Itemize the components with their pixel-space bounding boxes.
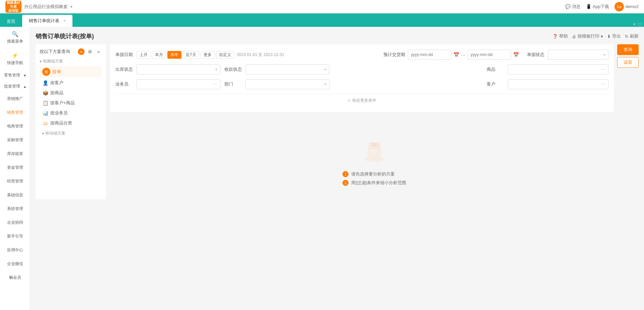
receipt-item: 收款状态 ▾ — [224, 64, 329, 74]
scheme-collapse-button[interactable]: « — [95, 48, 102, 55]
page-title: 销售订单统计表(按单) — [36, 32, 94, 40]
sidebar-item-finance[interactable]: 资金管理 — [0, 161, 30, 174]
user-name: demo2 — [625, 4, 639, 9]
sidebar-section-retail[interactable]: 零售管理 ▾ — [0, 70, 30, 81]
sidebar-item-basic[interactable]: 基础信息 — [0, 188, 30, 202]
shipment-dropdown-icon: ▾ — [215, 67, 217, 72]
sidebar-item-purchase[interactable]: 采购管理 — [0, 133, 30, 147]
query-button[interactable]: 查询 — [617, 44, 639, 55]
user-menu[interactable]: Ea demo2 — [614, 2, 639, 11]
filter-row-1: 单据日期 上月 本月 本年 近7天 更多 自定义 — [115, 50, 608, 60]
date-label: 单据日期 — [115, 52, 134, 58]
scheme-item-by-customer-goods[interactable]: 📋 按客户+商品 — [40, 98, 102, 108]
tab-home[interactable]: 首页 — [0, 16, 22, 27]
filter-row-3: 业务员 ··· 部门 — [115, 79, 608, 89]
message-label: 消息 — [572, 4, 581, 10]
empty-illustration — [358, 132, 391, 166]
page-content: 销售订单统计表(按单) ❓ 帮助 🖨 按模板打印 ▾ ⬇ 导出 — [30, 27, 644, 205]
tab-maximize-button[interactable]: □ — [639, 21, 641, 27]
sidebar-enterprise-label: 企业协同 — [7, 220, 23, 225]
sidebar-item-quicknav[interactable]: ⚡ 快捷导航 — [0, 48, 30, 70]
by-goods-label: 按商品 — [50, 90, 63, 96]
sidebar-item-appcenter[interactable]: 应用中心 — [0, 243, 30, 257]
department-select[interactable]: ▾ — [246, 79, 329, 89]
sidebar-item-system[interactable]: 系统管理 — [0, 202, 30, 216]
forecast-end-input[interactable] — [468, 50, 511, 60]
date-range-text: 2023-01-01 至 2023-12-31 — [237, 52, 284, 58]
print-button[interactable]: 🖨 按模板打印 ▾ — [572, 33, 603, 39]
shipment-item: 出库状态 ▾ — [115, 64, 220, 74]
sidebar-item-inventory[interactable]: 库存核算 — [0, 147, 30, 161]
order-status-select[interactable]: ▾ — [548, 50, 608, 60]
app-title: 办公用品行业模拟账套 — [24, 4, 68, 10]
tab-close-button[interactable]: × — [633, 21, 636, 27]
sidebar-item-operations[interactable]: 经营管理 — [0, 174, 30, 188]
forecast-start-input[interactable] — [408, 50, 451, 60]
receipt-select[interactable]: ▾ — [246, 64, 329, 74]
scheme-item-by-goods-category[interactable]: 🗂 按商品分类 — [40, 118, 102, 128]
wholesale-expand-icon: ▴ — [24, 84, 26, 89]
salesman-more-icon[interactable]: ··· — [213, 81, 217, 87]
mobile-expand-icon: ▸ — [42, 131, 44, 136]
app-dropdown-icon[interactable]: ▾ — [70, 4, 72, 9]
help-button[interactable]: ❓ 帮助 — [552, 33, 568, 39]
sidebar-item-ecommerce[interactable]: 电商管理 — [0, 119, 30, 133]
order-status-label: 单据状态 — [527, 52, 545, 58]
scheme-settings-button[interactable]: ⚙ — [87, 48, 93, 55]
scheme-item-by-order[interactable]: 按 按单 — [40, 66, 102, 78]
svg-rect-1 — [368, 146, 381, 159]
export-button[interactable]: ⬇ 导出 — [607, 33, 621, 39]
scheme-item-by-goods[interactable]: 📦 按商品 — [40, 88, 102, 98]
message-button[interactable]: 💬 消息 — [565, 4, 581, 10]
settings-button[interactable]: 设置 — [617, 57, 639, 68]
shipment-label: 出库状态 — [115, 66, 134, 72]
app-download-button[interactable]: 📱 App下载 — [586, 4, 609, 10]
sidebar-marketing-label: 营销推广 — [7, 96, 23, 102]
add-scheme-button[interactable]: + — [78, 48, 85, 55]
date-more-btn[interactable]: 更多 — [201, 51, 215, 59]
sidebar-operations-label: 经营管理 — [7, 178, 23, 184]
salesman-select[interactable]: ··· — [137, 79, 220, 89]
sidebar-retail-label: 零售管理 — [4, 72, 20, 78]
sidebar-item-newbie[interactable]: 新手引导 — [0, 229, 30, 243]
by-goods-category-icon: 🗂 — [42, 120, 48, 126]
date-last-month-btn[interactable]: 上月 — [137, 51, 151, 59]
collapse-bar[interactable]: ∧ 收起更多条件 — [115, 94, 608, 107]
sidebar-item-sales[interactable]: 销售管理 — [0, 106, 30, 119]
refresh-label: 刷新 — [630, 33, 639, 39]
date-this-year-btn[interactable]: 本年 — [167, 51, 181, 59]
sidebar-section-wholesale[interactable]: 批发管理 ▴ — [0, 81, 30, 92]
scheme-tree: 按 按单 👤 按客户 📦 按商品 📋 按客 — [40, 66, 102, 128]
goods-more-icon[interactable]: ··· — [601, 66, 605, 72]
sidebar-item-wechat[interactable]: 企业微信 — [0, 257, 30, 271]
salesman-item: 业务员 ··· — [115, 79, 220, 89]
tab-close-icon[interactable]: × — [63, 18, 66, 23]
scheme-item-by-salesman[interactable]: 📊 按业务员 — [40, 108, 102, 118]
scheme-item-by-customer[interactable]: 👤 按客户 — [40, 78, 102, 88]
shipment-select[interactable]: ▾ — [137, 64, 220, 74]
step-1-num: 1 — [342, 171, 348, 177]
sidebar-item-member[interactable]: 畅会员 — [0, 271, 30, 285]
customer-more-icon[interactable]: ··· — [601, 81, 605, 87]
sidebar-item-marketing[interactable]: 营销推广 — [0, 92, 30, 106]
goods-select[interactable]: ··· — [508, 64, 608, 74]
sidebar-item-search[interactable]: 🔍 搜索菜单 — [0, 27, 30, 48]
date-custom-btn[interactable]: 自定义 — [216, 51, 234, 59]
by-salesman-label: 按业务员 — [50, 110, 68, 116]
tab-sales-order[interactable]: 销售订单统计表 × — [22, 15, 72, 27]
date-this-month-btn[interactable]: 本月 — [152, 51, 166, 59]
forecast-date-inputs: 📅 — 📅 — [408, 50, 519, 60]
refresh-button[interactable]: ↻ 刷新 — [625, 33, 639, 39]
goods-item: 商品 ··· — [487, 64, 608, 74]
tab-sales-order-label: 销售订单统计表 — [29, 18, 59, 24]
date-7days-btn[interactable]: 近7天 — [183, 51, 199, 59]
quicknav-icon: ⚡ — [12, 52, 18, 59]
sidebar-wholesale-label: 批发管理 — [4, 84, 20, 89]
by-customer-icon: 👤 — [42, 80, 48, 86]
sidebar-inventory-label: 库存核算 — [7, 151, 23, 157]
start-calendar-icon: 📅 — [453, 52, 459, 57]
sidebar-ecommerce-label: 电商管理 — [7, 123, 23, 129]
sidebar-item-enterprise[interactable]: 企业协同 — [0, 216, 30, 229]
receipt-dropdown-icon: ▾ — [324, 67, 326, 72]
customer-select[interactable]: ··· — [508, 79, 608, 89]
